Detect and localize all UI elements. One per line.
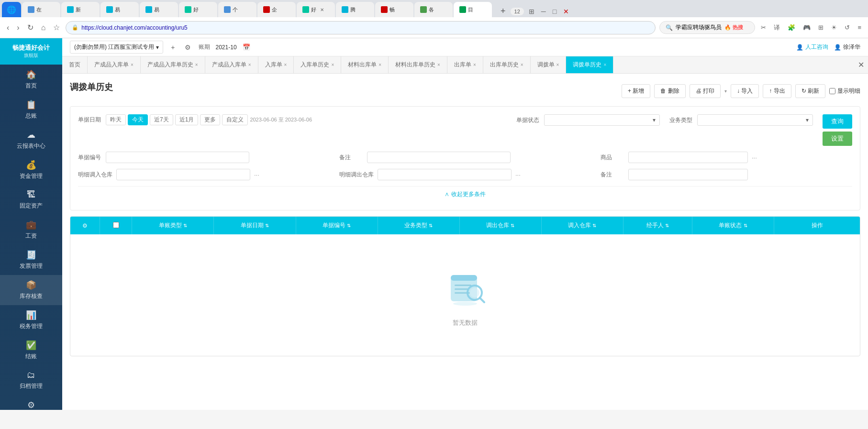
- translate-icon[interactable]: 译: [772, 22, 782, 34]
- sidebar-item-payroll[interactable]: 💼 工资: [0, 215, 62, 245]
- docno-input[interactable]: [106, 152, 249, 163]
- nav-tab-6[interactable]: 材料出库单 ×: [341, 56, 389, 74]
- col-doc-no[interactable]: 单据编号 ⇅: [296, 217, 378, 234]
- custom-btn[interactable]: 自定义: [222, 114, 248, 125]
- browser-tab-10[interactable]: 畅: [375, 2, 413, 17]
- setting-button[interactable]: 设置: [823, 132, 852, 146]
- nav-tab-2[interactable]: 产成品入库单历史 ×: [141, 56, 205, 74]
- sidebar-item-ledger[interactable]: 📋 总账: [0, 95, 62, 125]
- col-out-warehouse[interactable]: 调出仓库 ⇅: [459, 217, 541, 234]
- back-button[interactable]: ‹: [5, 22, 11, 34]
- company-selector[interactable]: (勿删勿禁用) 江西服宝测试专用 ▾: [70, 41, 163, 54]
- sidebar-item-settings[interactable]: ⚙ 基础设置: [0, 395, 62, 410]
- sidebar-item-invoice[interactable]: 🧾 发票管理: [0, 245, 62, 275]
- forward-button[interactable]: ›: [15, 22, 21, 34]
- import-button[interactable]: ↓ 导入: [731, 84, 759, 98]
- nav-tab-9-close[interactable]: ×: [521, 62, 523, 67]
- refresh-nav-button[interactable]: ↻: [25, 21, 35, 34]
- star-button[interactable]: ☆: [51, 21, 62, 34]
- nav-tab-8-close[interactable]: ×: [473, 62, 476, 67]
- sidebar-item-capital[interactable]: 💰 资金管理: [0, 155, 62, 185]
- print-dropdown-icon[interactable]: ▾: [724, 88, 727, 94]
- detail-out-more-icon[interactable]: ···: [515, 171, 521, 178]
- user-info[interactable]: 👤 徐泽华: [834, 43, 860, 51]
- grid-icon[interactable]: ⊞: [816, 22, 825, 33]
- remark-input[interactable]: [367, 152, 511, 163]
- sidebar-item-asset[interactable]: 🏗 固定资产: [0, 185, 62, 215]
- detail-out-input[interactable]: [378, 169, 512, 180]
- browser-tab-4[interactable]: 易: [140, 2, 178, 17]
- browser-tab-12[interactable]: 目: [454, 2, 492, 17]
- nav-tab-5-close[interactable]: ×: [331, 62, 334, 67]
- home-nav-button[interactable]: ⌂: [39, 22, 48, 34]
- settings-gear-button[interactable]: ⚙: [183, 43, 193, 52]
- sidebar-item-settle[interactable]: ✅ 结账: [0, 335, 62, 365]
- browser-tab-9[interactable]: 腾: [336, 2, 374, 17]
- close-button[interactable]: ✕: [561, 7, 571, 16]
- status-select[interactable]: ▾: [544, 114, 660, 126]
- col-doc-status[interactable]: 单账状态 ⇅: [692, 217, 774, 234]
- service-button[interactable]: 👤 人工咨询: [796, 43, 828, 51]
- col-biz-type[interactable]: 业务类型 ⇅: [378, 217, 459, 234]
- browser-tab-2[interactable]: 新: [61, 2, 100, 17]
- nav-tab-7[interactable]: 材料出库单历史 ×: [389, 56, 447, 74]
- sidebar-item-archive[interactable]: 🗂 归档管理: [0, 365, 62, 395]
- new-button[interactable]: + 新增: [622, 84, 650, 98]
- browser-tab-7[interactable]: 企: [257, 2, 296, 17]
- nav-tab-home[interactable]: 首页: [62, 56, 88, 74]
- close-all-tabs-icon[interactable]: ✕: [858, 60, 864, 69]
- menu-icon[interactable]: ≡: [856, 22, 863, 33]
- sidebar-item-tax[interactable]: 📊 税务管理: [0, 305, 62, 335]
- col-handler[interactable]: 经手人 ⇅: [623, 217, 692, 234]
- game-icon[interactable]: 🎮: [801, 22, 812, 33]
- nav-tab-3[interactable]: 产成品入库单 ×: [205, 56, 258, 74]
- nav-tab-6-close[interactable]: ×: [378, 62, 381, 67]
- browser-tab-logo[interactable]: 🌐: [2, 2, 21, 17]
- detail-in-input[interactable]: [116, 169, 250, 180]
- biztype-select[interactable]: ▾: [697, 114, 813, 126]
- nav-tab-1-close[interactable]: ×: [131, 62, 134, 67]
- refresh-button[interactable]: ↻ 刷新: [795, 84, 825, 98]
- col-doc-type[interactable]: 单账类型 ⇅: [132, 217, 214, 234]
- nav-tab-11-close[interactable]: ×: [603, 62, 606, 67]
- browser-tab-11[interactable]: 各: [414, 2, 453, 17]
- extension-icon[interactable]: 🧩: [786, 22, 797, 33]
- nav-tab-2-close[interactable]: ×: [195, 62, 198, 67]
- browser-tab-3[interactable]: 易: [100, 2, 139, 17]
- nav-tab-1[interactable]: 产成品入库单 ×: [88, 56, 141, 74]
- scissors-icon[interactable]: ✂: [759, 22, 768, 33]
- browser-tab-1[interactable]: 在: [22, 2, 60, 17]
- goods-more-icon[interactable]: ···: [752, 154, 757, 161]
- col-in-warehouse[interactable]: 调入仓库 ⇅: [541, 217, 623, 234]
- tab-list-button[interactable]: ⊞: [527, 7, 536, 16]
- delete-button[interactable]: 🗑 删除: [654, 84, 685, 98]
- print-button[interactable]: 🖨 打印: [690, 84, 721, 98]
- new-tab-button[interactable]: +: [499, 5, 508, 17]
- month-btn[interactable]: 近1月: [175, 114, 199, 125]
- today-btn[interactable]: 今天: [128, 114, 148, 125]
- tab-close-8[interactable]: ✕: [320, 7, 324, 12]
- browser-tab-8[interactable]: 好 ✕: [297, 2, 335, 17]
- display-toggle[interactable]: 显示明细: [829, 87, 860, 95]
- browser-search-bar[interactable]: 🔍 学霸应聘场驱鸟员 🔥 热搜: [659, 21, 755, 34]
- sidebar-item-inventory[interactable]: 📦 库存核查: [0, 275, 62, 305]
- nav-tab-10-close[interactable]: ×: [556, 62, 559, 67]
- browser-tab-5[interactable]: 好: [179, 2, 217, 17]
- nav-tab-9[interactable]: 出库单历史 ×: [483, 56, 531, 74]
- select-all-checkbox[interactable]: [113, 222, 119, 228]
- sidebar-item-home[interactable]: 🏠 首页: [0, 65, 62, 95]
- theme-icon[interactable]: ☀: [829, 22, 839, 33]
- yesterday-btn[interactable]: 昨天: [106, 114, 126, 125]
- detail-in-more-icon[interactable]: ···: [254, 171, 259, 178]
- export-button[interactable]: ↑ 导出: [763, 84, 791, 98]
- nav-tab-5[interactable]: 入库单历史 ×: [294, 56, 341, 74]
- nav-tab-11[interactable]: 调拨单历史 ×: [566, 56, 613, 74]
- browser-tab-6[interactable]: 个: [218, 2, 256, 17]
- nav-tab-7-close[interactable]: ×: [437, 62, 440, 67]
- display-checkbox[interactable]: [829, 88, 835, 94]
- address-bar[interactable]: 🔒 https://cloud.chanjet.com/accounting/u…: [66, 21, 656, 34]
- collapse-button[interactable]: ∧ 收起更多条件: [78, 186, 852, 202]
- sidebar-item-report[interactable]: ☁ 云报表中心: [0, 125, 62, 155]
- checkbox-column-header[interactable]: [100, 217, 132, 234]
- nav-tab-10[interactable]: 调拨单 ×: [531, 56, 567, 74]
